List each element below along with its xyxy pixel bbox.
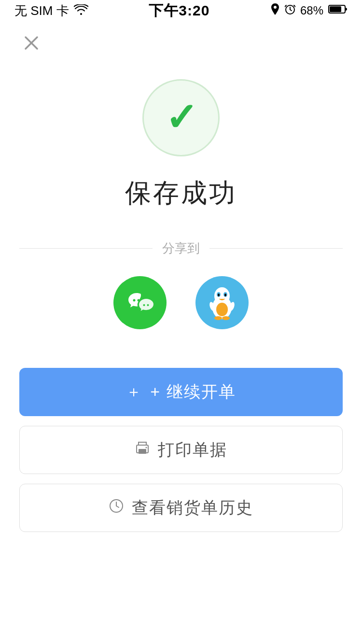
status-right: 68% xyxy=(270,3,348,18)
divider-line-right xyxy=(209,248,343,249)
svg-point-17 xyxy=(214,316,222,320)
print-label: 打印单据 xyxy=(158,439,227,461)
close-area xyxy=(0,21,362,60)
close-button[interactable] xyxy=(19,31,43,55)
svg-point-16 xyxy=(216,303,228,316)
sim-label: 无 SIM 卡 xyxy=(14,2,69,19)
wifi-icon xyxy=(74,3,88,18)
share-icons xyxy=(113,276,249,329)
divider-line-left xyxy=(19,248,153,249)
svg-point-8 xyxy=(143,304,145,306)
wechat-share-button[interactable] xyxy=(113,276,167,329)
svg-point-6 xyxy=(133,299,136,302)
svg-point-23 xyxy=(146,447,147,448)
history-label: 查看销货单历史 xyxy=(132,497,253,519)
continue-button[interactable]: ＋ + 继续开单 xyxy=(19,368,343,416)
status-time: 下午3:20 xyxy=(149,1,209,21)
clock-icon xyxy=(109,498,124,518)
svg-point-18 xyxy=(222,316,230,320)
svg-point-11 xyxy=(214,287,230,305)
svg-point-7 xyxy=(138,299,140,302)
svg-point-9 xyxy=(147,304,149,306)
plus-icon: ＋ xyxy=(126,381,142,403)
alarm-icon xyxy=(285,3,295,18)
success-icon-circle: ✓ xyxy=(142,79,220,156)
location-icon xyxy=(270,3,280,18)
printer-icon xyxy=(135,440,150,460)
action-buttons: ＋ + 继续开单 打印单据 查看销货单历史 xyxy=(19,368,343,532)
checkmark-icon: ✓ xyxy=(165,98,197,137)
battery-label: 68% xyxy=(300,4,323,17)
main-content: ✓ 保存成功 分享到 xyxy=(0,60,362,644)
svg-point-15 xyxy=(224,294,226,296)
print-button[interactable]: 打印单据 xyxy=(19,426,343,474)
status-left: 无 SIM 卡 xyxy=(14,2,88,19)
success-title: 保存成功 xyxy=(125,176,237,211)
qq-share-button[interactable] xyxy=(195,276,249,329)
share-divider: 分享到 xyxy=(19,240,343,257)
battery-icon xyxy=(328,4,348,17)
svg-point-14 xyxy=(218,294,220,296)
history-button[interactable]: 查看销货单历史 xyxy=(19,484,343,532)
status-bar: 无 SIM 卡 下午3:20 68% xyxy=(0,0,362,21)
continue-label: + 继续开单 xyxy=(150,381,236,403)
svg-rect-22 xyxy=(139,449,146,454)
share-label: 分享到 xyxy=(162,240,200,257)
svg-rect-2 xyxy=(330,6,341,12)
